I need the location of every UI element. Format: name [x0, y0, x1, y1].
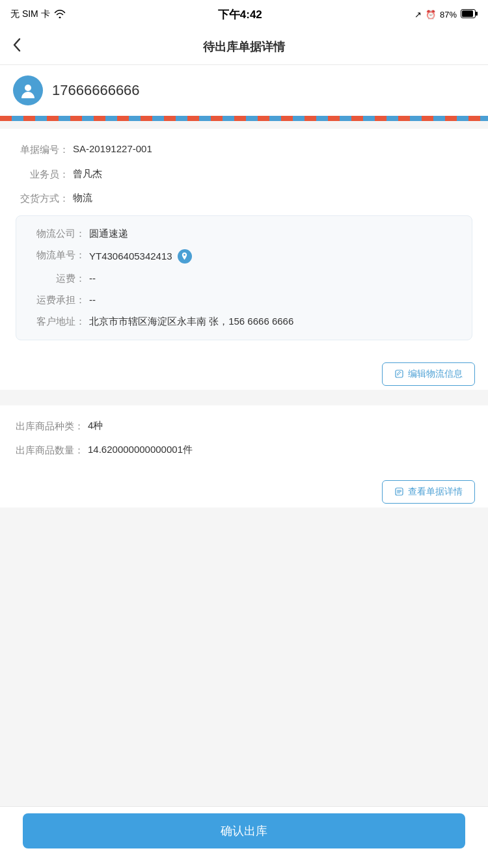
page-title: 待出库单据详情 [203, 39, 285, 55]
logistics-freight-bearer-value: -- [89, 294, 459, 305]
wifi-icon [54, 9, 66, 20]
order-info-section: 单据编号： SA-20191227-001 业务员： 曾凡杰 交货方式： 物流 … [0, 129, 488, 353]
status-right: ↗ ⏰ 87% [414, 9, 478, 20]
product-section: 出库商品种类： 4种 出库商品数量： 14.620000000000001件 [0, 405, 488, 471]
svg-rect-2 [462, 10, 473, 17]
delivery-method-row: 交货方式： 物流 [16, 191, 472, 206]
back-button[interactable] [8, 33, 26, 61]
battery-icon [461, 9, 478, 20]
status-time: 下午4:42 [218, 7, 262, 22]
sim-label: 无 SIM 卡 [10, 8, 50, 20]
logistics-freight-bearer-label: 运费承担： [32, 294, 85, 306]
doc-number-value: SA-20191227-001 [73, 142, 472, 157]
delivery-method-label: 交货方式： [16, 191, 69, 206]
confirm-btn-wrapper: 确认出库 [0, 806, 488, 868]
svg-point-3 [25, 85, 31, 91]
product-quantity-row: 出库商品数量： 14.620000000000001件 [16, 442, 472, 458]
tracking-location-button[interactable] [178, 249, 192, 264]
logistics-freight-label: 运费： [32, 273, 85, 285]
logistics-company-value: 圆通速递 [89, 228, 459, 240]
logistics-freight-value: -- [89, 273, 459, 284]
logistics-company-label: 物流公司： [32, 228, 85, 240]
logistics-address-value: 北京市市辖区海淀区永丰南 张，156 6666 6666 [89, 316, 459, 328]
confirm-outbound-button[interactable]: 确认出库 [23, 813, 465, 848]
logistics-tracking-row: 物流单号： YT4306405342413 [32, 249, 459, 264]
doc-number-label: 单据编号： [16, 142, 69, 157]
logistics-card: 物流公司： 圆通速递 物流单号： YT4306405342413 运费： -- … [16, 215, 472, 340]
logistics-freight-row: 运费： -- [32, 273, 459, 285]
edit-logistics-label: 编辑物流信息 [408, 368, 463, 380]
edit-icon [394, 369, 404, 379]
product-quantity-label: 出库商品数量： [16, 442, 84, 458]
logistics-company-row: 物流公司： 圆通速递 [32, 228, 459, 240]
logistics-freight-bearer-row: 运费承担： -- [32, 294, 459, 306]
alarm-icon: ⏰ [426, 10, 436, 20]
view-detail-button[interactable]: 查看单据详情 [382, 480, 475, 504]
dashed-divider [0, 116, 488, 121]
edit-logistics-row: 编辑物流信息 [0, 353, 488, 390]
status-left: 无 SIM 卡 [10, 8, 66, 20]
nav-bar: 待出库单据详情 [0, 29, 488, 65]
doc-number-row: 单据编号： SA-20191227-001 [16, 142, 472, 157]
product-type-value: 4种 [88, 418, 472, 433]
status-bar: 无 SIM 卡 下午4:42 ↗ ⏰ 87% [0, 0, 488, 29]
customer-header: 17666666666 [0, 65, 488, 116]
salesperson-label: 业务员： [16, 167, 69, 182]
product-type-label: 出库商品种类： [16, 418, 84, 434]
customer-phone: 17666666666 [52, 82, 140, 99]
view-detail-label: 查看单据详情 [408, 486, 463, 498]
avatar [13, 75, 43, 105]
product-type-row: 出库商品种类： 4种 [16, 418, 472, 434]
logistics-address-label: 客户地址： [32, 316, 85, 328]
location-icon: ↗ [414, 10, 422, 20]
svg-point-4 [183, 254, 185, 256]
edit-logistics-button[interactable]: 编辑物流信息 [382, 362, 475, 386]
product-quantity-value: 14.620000000000001件 [88, 442, 472, 457]
bottom-space [0, 508, 488, 586]
delivery-method-value: 物流 [73, 191, 472, 206]
svg-rect-1 [476, 12, 478, 16]
logistics-tracking-label: 物流单号： [32, 249, 85, 262]
section-gap-1 [0, 390, 488, 398]
view-detail-row: 查看单据详情 [0, 471, 488, 508]
logistics-tracking-value: YT4306405342413 [89, 249, 459, 264]
logistics-address-row: 客户地址： 北京市市辖区海淀区永丰南 张，156 6666 6666 [32, 316, 459, 328]
battery-label: 87% [440, 10, 457, 20]
salesperson-row: 业务员： 曾凡杰 [16, 167, 472, 182]
salesperson-value: 曾凡杰 [73, 167, 472, 182]
list-icon [394, 487, 404, 496]
